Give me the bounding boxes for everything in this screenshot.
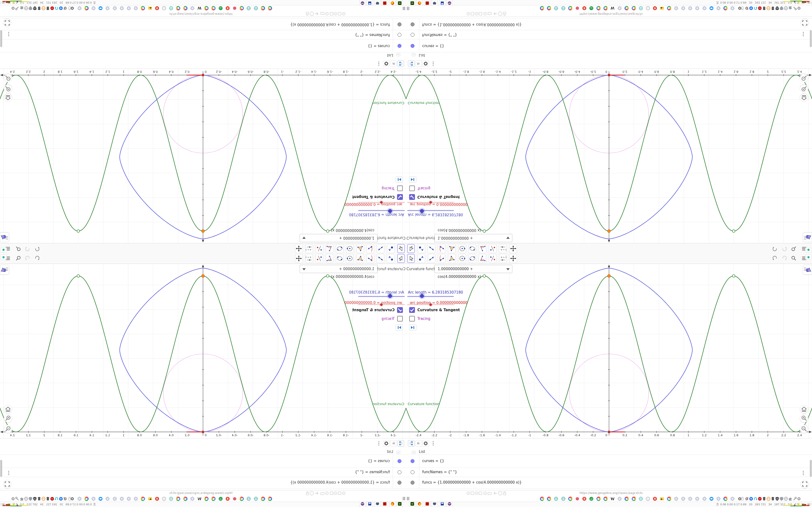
ellipse-tool[interactable] xyxy=(469,254,476,263)
zoom-in-button[interactable] xyxy=(800,84,808,93)
emulator-app-icon[interactable]: 64 xyxy=(367,501,373,507)
visibility-marble[interactable] xyxy=(411,481,414,485)
undo-icon[interactable] xyxy=(772,255,778,262)
extension-icon-globe[interactable] xyxy=(24,6,29,11)
visibility-marble[interactable] xyxy=(398,33,401,37)
visibility-marble[interactable] xyxy=(398,22,401,26)
search-icon[interactable] xyxy=(791,255,797,262)
bookmark-favicon-g[interactable] xyxy=(204,6,209,11)
fullscreen-button[interactable] xyxy=(3,480,11,488)
polygon-tool[interactable] xyxy=(356,244,364,253)
home-button[interactable] xyxy=(800,94,808,102)
bookmark-favicon-globe[interactable] xyxy=(554,6,558,11)
view-panel-toggle-button[interactable] xyxy=(0,232,9,242)
bookmark-favicon-g[interactable] xyxy=(568,496,573,501)
bookmark-favicon-ya[interactable]: R xyxy=(653,6,657,11)
settings-app-icon[interactable] xyxy=(424,0,430,6)
bookmark-favicon-star[interactable] xyxy=(688,496,693,501)
zoom-out-button[interactable] xyxy=(4,425,12,433)
bookmark-favicon-globe[interactable] xyxy=(639,496,643,501)
bookmark-favicon-globe[interactable] xyxy=(639,6,643,11)
redo-icon[interactable] xyxy=(781,245,788,252)
extension-icon-wrench[interactable] xyxy=(792,6,797,11)
bookmark-favicon-g[interactable] xyxy=(624,496,629,501)
collapse-list-button[interactable]: − xyxy=(412,53,416,56)
algebra-row[interactable]: curves = {} xyxy=(422,459,444,463)
fullscreen-button[interactable] xyxy=(3,19,11,27)
fullscreen-button[interactable] xyxy=(801,480,809,488)
bookmark-favicon-g[interactable] xyxy=(84,6,89,11)
bookmark-favicon-g[interactable] xyxy=(260,6,265,11)
extension-icon-globe[interactable] xyxy=(783,6,788,11)
bookmark-favicon-info[interactable]: i xyxy=(646,496,650,501)
bookmark-favicon-globe[interactable] xyxy=(254,6,258,11)
gear-icon[interactable] xyxy=(422,440,429,447)
bookmark-favicon-globe[interactable] xyxy=(246,6,251,11)
bookmark-favicon-globe[interactable] xyxy=(561,496,566,501)
bookmark-favicon-letter[interactable]: W xyxy=(610,6,615,11)
slider-tool[interactable]: a = 2 xyxy=(305,244,313,253)
extension-icon-plus[interactable] xyxy=(58,496,63,501)
settings-app-icon[interactable] xyxy=(382,0,388,6)
point-tool[interactable]: A xyxy=(387,254,394,263)
bookmark-favicon-vine[interactable] xyxy=(589,496,594,501)
arc-length-slider[interactable] xyxy=(407,210,454,211)
angle-tool[interactable]: α xyxy=(479,254,486,263)
back-arrow-icon[interactable] xyxy=(314,491,319,496)
algebra-row[interactable]: funcs = {1.000000000000 + cos(4.00000000… xyxy=(422,480,522,485)
bookmark-favicon-g[interactable] xyxy=(631,496,636,501)
bookmark-favicon-g[interactable] xyxy=(667,6,672,11)
extension-icon-trash[interactable] xyxy=(37,496,42,501)
bookmark-favicon-g[interactable] xyxy=(667,496,672,501)
tray-widget[interactable] xyxy=(805,247,812,252)
shield-icon[interactable] xyxy=(498,11,503,16)
extension-icon-mouse[interactable] xyxy=(740,6,745,11)
back-arrow-icon[interactable] xyxy=(314,11,319,16)
bookmark-favicon-ya[interactable]: R xyxy=(225,496,230,501)
slider-tool[interactable]: a = 2 xyxy=(305,254,313,263)
scrollbar-thumb[interactable] xyxy=(810,460,812,477)
extension-icon-uoshield[interactable]: uO xyxy=(775,496,779,501)
move-view-tool[interactable] xyxy=(509,244,517,253)
play-pause-button[interactable] xyxy=(409,325,416,331)
tray-widget[interactable] xyxy=(805,255,812,260)
bookmark-favicon-star[interactable] xyxy=(681,496,686,501)
arc-length-slider[interactable] xyxy=(358,210,405,211)
extension-icon-shieldg[interactable] xyxy=(28,6,33,11)
fx-icon[interactable]: fx xyxy=(415,60,422,67)
circle-tool[interactable] xyxy=(458,254,466,263)
extension-icon-uoshield[interactable]: uO xyxy=(33,6,37,11)
arc-length-slider[interactable] xyxy=(407,296,454,297)
algebra-row[interactable]: funcNames = {" "} xyxy=(355,33,390,37)
algebra-tree-icon[interactable] xyxy=(408,60,414,67)
kebab-icon[interactable] xyxy=(430,60,437,67)
home-button[interactable] xyxy=(800,405,808,413)
zoom-in-button[interactable] xyxy=(800,414,808,422)
extension-icon-gear[interactable] xyxy=(797,496,801,501)
bookmark-favicon-g[interactable] xyxy=(603,6,608,11)
extension-icon-shieldg[interactable] xyxy=(779,496,784,501)
emulator-app-icon[interactable]: 64 xyxy=(439,501,445,507)
drive-app-icon[interactable] xyxy=(397,0,403,6)
point-tool[interactable]: A xyxy=(387,244,394,253)
graphics-view[interactable]: -2.4-2.2-2-1.8-1.6-1.4-1.2-1-0.8-0.6-0.4… xyxy=(406,69,812,243)
bookmark-favicon-star[interactable] xyxy=(134,6,138,11)
search-icon[interactable] xyxy=(15,245,21,252)
visibility-marble[interactable] xyxy=(398,459,401,463)
point-tool[interactable]: A xyxy=(418,244,425,253)
bookmark-favicon-star[interactable] xyxy=(190,496,195,501)
extension-icon-globe[interactable] xyxy=(41,6,46,11)
bookmark-favicon-letter[interactable]: W xyxy=(197,496,202,501)
bookmark-favicon-star[interactable] xyxy=(674,6,678,11)
curvature-tangent-checkbox[interactable] xyxy=(409,307,415,313)
bookmark-favicon-g[interactable] xyxy=(540,6,545,11)
view-panel-toggle-button[interactable] xyxy=(803,232,812,242)
extension-icon-gear[interactable] xyxy=(744,496,749,501)
back-arrow-icon[interactable] xyxy=(493,11,498,16)
extension-icon-gear[interactable] xyxy=(797,6,801,11)
bookmark-favicon-g[interactable] xyxy=(183,496,188,501)
bookmark-favicon-globe[interactable] xyxy=(254,496,258,501)
bookmark-favicon-star[interactable] xyxy=(190,6,195,11)
lock-icon[interactable] xyxy=(502,491,507,496)
extension-icon-mouse[interactable] xyxy=(67,496,72,501)
